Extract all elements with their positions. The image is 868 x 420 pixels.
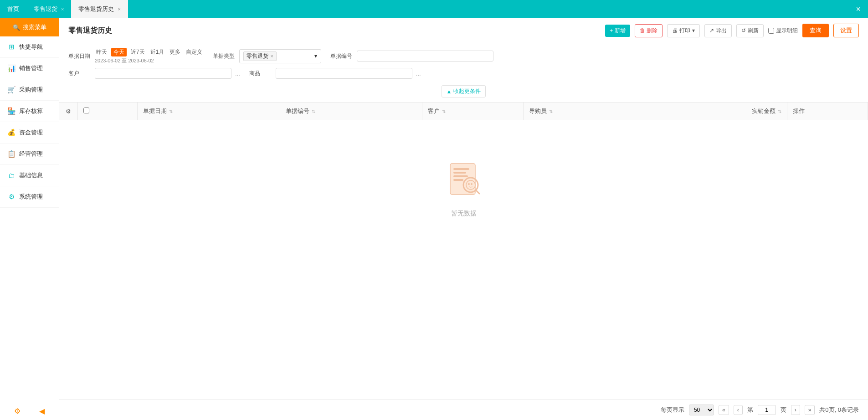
- sidebar-item-finance-mgmt[interactable]: 💰 资金管理: [0, 122, 59, 143]
- select-all-checkbox[interactable]: [83, 108, 89, 113]
- date-shortcut-yesterday[interactable]: 昨天: [95, 48, 108, 56]
- refresh-label: 刷新: [748, 27, 759, 35]
- tab-close-retail-return[interactable]: ×: [61, 6, 64, 12]
- th-actions: 操作: [787, 102, 868, 120]
- setting-button[interactable]: 设置: [833, 24, 859, 37]
- tab-close-retail-return-history[interactable]: ×: [118, 6, 120, 12]
- query-button[interactable]: 查询: [802, 24, 829, 37]
- search-icon: 🔍: [13, 24, 20, 31]
- sort-amount-icon[interactable]: ⇅: [778, 109, 781, 114]
- tab-list: 首页零售退货×零售退货历史×: [0, 0, 848, 18]
- tab-home[interactable]: 首页: [0, 0, 26, 18]
- page-size-select[interactable]: 102050100: [689, 405, 714, 415]
- goods-input[interactable]: [276, 68, 412, 79]
- sidebar-item-quick-nav[interactable]: ⊞ 快捷导航: [0, 36, 59, 58]
- nav-icon-inventory: 🏪: [7, 107, 15, 115]
- next-page-button[interactable]: ›: [791, 405, 800, 415]
- tab-retail-return-history[interactable]: 零售退货历史×: [71, 0, 128, 18]
- tab-label-home: 首页: [7, 5, 19, 13]
- th-settings: ⚙: [59, 102, 77, 120]
- date-shortcut-last7[interactable]: 近7天: [129, 48, 146, 56]
- add-button[interactable]: + 新增: [605, 25, 630, 37]
- svg-point-6: [466, 180, 475, 190]
- prev-page-button[interactable]: ‹: [734, 405, 743, 415]
- customer-input[interactable]: [95, 68, 231, 79]
- window-close-button[interactable]: ×: [848, 5, 868, 14]
- page-suffix: 页: [781, 406, 786, 414]
- doc-type-tag-close[interactable]: ×: [270, 53, 273, 59]
- refresh-icon: ↺: [741, 27, 746, 34]
- print-button[interactable]: 🖨 打印 ▾: [667, 24, 700, 37]
- settings-footer-icon[interactable]: ⚙: [14, 407, 21, 415]
- data-table: ⚙ 单据日期 ⇅ 单据编号: [59, 102, 868, 120]
- sidebar-item-basic-info[interactable]: 🗂 基础信息: [0, 165, 59, 186]
- nav-icon-quick-nav: ⊞: [7, 43, 15, 51]
- first-page-button[interactable]: «: [719, 405, 729, 415]
- nav-icon-finance-mgmt: 💰: [7, 128, 15, 137]
- svg-rect-4: [453, 179, 463, 181]
- nav-icon-sales-mgmt: 📊: [7, 64, 15, 72]
- refresh-button[interactable]: ↺ 刷新: [736, 24, 764, 37]
- empty-state: 暂无数据: [59, 120, 868, 254]
- nav-label-inventory: 库存核算: [19, 107, 43, 115]
- export-label: 导出: [716, 27, 727, 35]
- date-shortcut-today[interactable]: 今天: [111, 48, 127, 56]
- last-page-button[interactable]: »: [805, 405, 815, 415]
- date-shortcut-last1m[interactable]: 近1月: [149, 48, 166, 56]
- sidebar-item-operation-mgmt[interactable]: 📋 经营管理: [0, 143, 59, 165]
- sort-guide-icon[interactable]: ⇅: [549, 109, 553, 114]
- nav-label-basic-info: 基础信息: [19, 171, 43, 179]
- main-layout: 🔍 搜索菜单 ⊞ 快捷导航 📊 销售管理 🛒 采购管理 🏪 库存核算 💰 资金管…: [0, 18, 868, 420]
- doc-type-dropdown-icon: ▾: [314, 53, 317, 59]
- date-filter-label: 单据日期: [68, 52, 91, 60]
- sort-doc-date-icon[interactable]: ⇅: [169, 109, 173, 114]
- doc-no-input[interactable]: [357, 51, 493, 61]
- export-icon: ↗: [709, 27, 714, 34]
- export-button[interactable]: ↗ 导出: [704, 24, 732, 37]
- page-title: 零售退货历史: [68, 26, 112, 36]
- sidebar-item-sales-mgmt[interactable]: 📊 销售管理: [0, 58, 59, 79]
- filter-row-2: 客户 ... 商品 ...: [68, 68, 859, 79]
- tab-label-retail-return: 零售退货: [34, 5, 57, 13]
- filter-area: 单据日期 昨天今天近7天近1月更多自定义2023-06-02 至 2023-06…: [59, 43, 868, 102]
- date-shortcut-more[interactable]: 更多: [168, 48, 182, 56]
- print-arrow-icon: ▾: [692, 27, 695, 34]
- table-settings-icon[interactable]: ⚙: [66, 108, 71, 115]
- sort-doc-no-icon[interactable]: ⇅: [312, 109, 315, 114]
- th-doc-date: 单据日期 ⇅: [138, 102, 280, 120]
- svg-point-9: [471, 183, 473, 185]
- sidebar-search-button[interactable]: 🔍 搜索菜单: [0, 18, 59, 36]
- page-label: 第: [747, 406, 753, 414]
- show-detail-input[interactable]: [768, 28, 774, 34]
- show-detail-checkbox[interactable]: 显示明细: [768, 27, 798, 35]
- svg-point-8: [468, 183, 470, 185]
- svg-rect-2: [453, 172, 466, 174]
- delete-button[interactable]: 🗑 删除: [635, 24, 663, 37]
- notification-footer-icon[interactable]: ◀: [39, 407, 45, 415]
- sidebar-nav: ⊞ 快捷导航 📊 销售管理 🛒 采购管理 🏪 库存核算 💰 资金管理 📋 经营管…: [0, 36, 59, 402]
- page-header: 零售退货历史 + 新增 🗑 删除 🖨 打印 ▾ ↗ 导出 ↺ 刷新: [59, 18, 868, 43]
- svg-line-7: [476, 190, 479, 194]
- doc-type-select[interactable]: 零售退货 × ▾: [239, 49, 321, 63]
- filter-row-1: 单据日期 昨天今天近7天近1月更多自定义2023-06-02 至 2023-06…: [68, 48, 859, 64]
- th-checkbox: [77, 102, 138, 120]
- th-guide: 导购员 ⇅: [523, 102, 645, 120]
- nav-icon-sys-mgmt: ⚙: [7, 193, 15, 201]
- sort-customer-icon[interactable]: ⇅: [442, 109, 446, 114]
- nav-label-sys-mgmt: 系统管理: [19, 193, 43, 201]
- nav-label-finance-mgmt: 资金管理: [19, 128, 43, 137]
- current-page-input[interactable]: [758, 405, 776, 415]
- date-shortcut-custom[interactable]: 自定义: [185, 48, 204, 56]
- sidebar-item-inventory[interactable]: 🏪 库存核算: [0, 101, 59, 122]
- collapse-button[interactable]: ▲ 收起更条件: [442, 85, 486, 97]
- doc-no-filter: 单据编号: [330, 51, 493, 61]
- tab-retail-return[interactable]: 零售退货×: [26, 0, 71, 18]
- goods-label: 商品: [249, 70, 272, 77]
- th-doc-no: 单据编号 ⇅: [280, 102, 422, 120]
- print-icon: 🖨: [672, 27, 678, 34]
- goods-filter: 商品 ...: [249, 68, 421, 79]
- sidebar-item-purchase-mgmt[interactable]: 🛒 采购管理: [0, 79, 59, 101]
- nav-icon-purchase-mgmt: 🛒: [7, 86, 15, 94]
- sidebar-item-sys-mgmt[interactable]: ⚙ 系统管理: [0, 186, 59, 208]
- date-shortcuts: 昨天今天近7天近1月更多自定义: [95, 48, 204, 56]
